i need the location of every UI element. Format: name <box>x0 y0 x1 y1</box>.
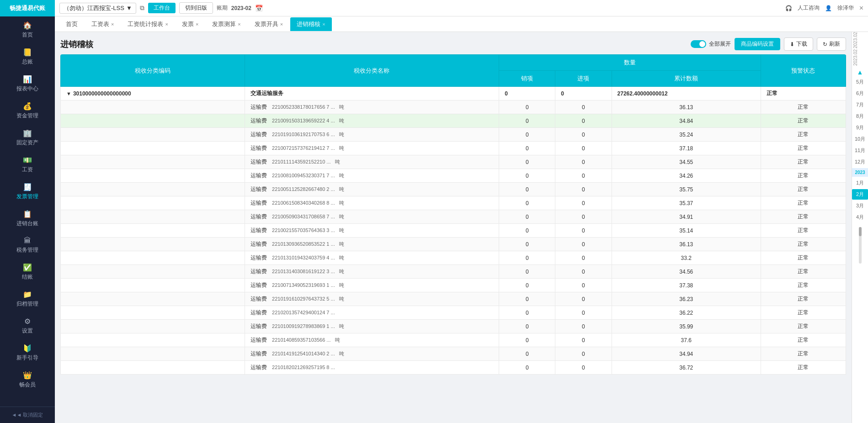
table-row[interactable]: ▼3010000000000000000 交通运输服务 0 0 27262.40… <box>61 87 846 100</box>
table-row[interactable]: 运输费 2210050903431708658 7 ... 吨 0 0 34.9… <box>61 210 846 224</box>
workspace-button[interactable]: 工作台 <box>148 3 176 13</box>
sidebar-item-guide[interactable]: 🔰 新手引导 <box>0 339 55 366</box>
sidebar-unpin-footer[interactable]: ◄◄ 取消固定 <box>0 407 55 423</box>
user-service-label[interactable]: 人工咨询 <box>798 4 820 12</box>
table-row[interactable]: 运输费 2210100919278983869 1 ... 吨 0 0 35.9… <box>61 320 846 333</box>
download-label: 下载 <box>796 40 807 48</box>
calendar-icon[interactable]: 📅 <box>255 5 263 12</box>
table-cell-sale: 0 <box>499 238 555 251</box>
panel-month-6[interactable]: 6月 <box>852 88 868 99</box>
tab-sales-audit-close[interactable]: × <box>322 21 325 27</box>
panel-month-7[interactable]: 7月 <box>852 100 868 110</box>
settings-button[interactable]: 商品编码设置 <box>735 38 780 50</box>
copy-icon[interactable]: ⧉ <box>140 4 144 12</box>
table-row[interactable]: 运输费 2210061508340340268 8 ... 吨 0 0 35.3… <box>61 196 846 210</box>
table-row[interactable]: 运输费 2210071349052319693 1 ... 吨 0 0 37.3… <box>61 279 846 292</box>
table-row[interactable]: 运输费 2210052338178017656 7 ... 吨 0 0 36.1… <box>61 100 846 114</box>
table-cell-status: 正常 <box>761 183 846 196</box>
toggle-track[interactable] <box>691 40 706 48</box>
table-row[interactable]: 运输费 2210072157376219412 7 ... 吨 0 0 37.1… <box>61 142 846 155</box>
table-row[interactable]: 运输费 2210131019432403759 4 ... 吨 0 0 33.2… <box>61 251 846 265</box>
sidebar-item-home[interactable]: 🏠 首页 <box>0 16 55 43</box>
col-cumulative: 累计数额 <box>612 71 761 87</box>
table-row[interactable]: 运输费 2210191610297643732 5 ... 吨 0 0 36.2… <box>61 292 846 306</box>
panel-month-1[interactable]: 1月 <box>852 178 868 188</box>
tab-home[interactable]: 首页 <box>59 17 84 31</box>
table-cell-purchase: 0 <box>555 251 612 265</box>
table-cell-name: 运输费 2210191610297643732 5 ... 吨 <box>245 292 499 306</box>
company-name: （勿动）江西报宝-LSS <box>64 4 124 12</box>
sidebar-item-reports[interactable]: 📊 报表中心 <box>0 70 55 97</box>
table-row[interactable]: 运输费 2210021557035764363 3 ... 吨 0 0 35.1… <box>61 224 846 238</box>
table-cell-purchase: 0 <box>555 333 612 347</box>
tab-sales-audit[interactable]: 进销稽核 × <box>290 17 331 31</box>
tab-payroll-report[interactable]: 工资统计报表 × <box>121 17 174 31</box>
tab-invoice-issue[interactable]: 发票开具 × <box>248 17 289 31</box>
table-row[interactable]: 运输费 2210201357429400124 7 ... 0 0 36.22 … <box>61 306 846 320</box>
table-row[interactable]: 运输费 2210051125282667480 2 ... 吨 0 0 35.7… <box>61 183 846 196</box>
table-cell-code <box>61 333 245 347</box>
table-cell-name: 运输费 2210072157376219412 7 ... 吨 <box>245 142 499 155</box>
tab-invoice-calc-close[interactable]: × <box>238 21 240 27</box>
panel-month-11[interactable]: 11月 <box>852 145 868 156</box>
switch-version-button[interactable]: 切到旧版 <box>179 2 213 14</box>
headset-icon: 🎧 <box>785 5 792 11</box>
table-row[interactable]: 运输费 2210091503139659222 4 ... 吨 0 0 34.8… <box>61 114 846 128</box>
table-cell-cumulative: 34.84 <box>612 114 761 128</box>
sidebar-item-ledger[interactable]: 📒 总账 <box>0 43 55 70</box>
panel-month-2[interactable]: 2月 <box>852 189 868 200</box>
tab-payroll-report-close[interactable]: × <box>165 21 168 27</box>
sidebar-item-member[interactable]: 👑 畅会员 <box>0 366 55 393</box>
panel-month-4[interactable]: 4月 <box>852 212 868 222</box>
sidebar-item-salary[interactable]: 💵 工资 <box>0 151 55 178</box>
sidebar-item-funds[interactable]: 💰 资金管理 <box>0 97 55 124</box>
panel-month-5[interactable]: 5月 <box>852 77 868 87</box>
sidebar-item-archive[interactable]: 📁 归档管理 <box>0 286 55 312</box>
download-button[interactable]: ⬇ 下载 <box>784 37 813 51</box>
page-header: 进销稽核 全部展开 商品编码设置 ⬇ 下载 ↻ 刷 <box>60 37 846 51</box>
table-row[interactable]: 运输费 2210111143592152210 ... 吨 0 0 34.55 … <box>61 155 846 169</box>
company-selector[interactable]: （勿动）江西报宝-LSS ▼ <box>59 3 136 14</box>
table-row[interactable]: 运输费 2210130936520853522 1 ... 吨 0 0 36.1… <box>61 238 846 251</box>
sidebar-item-tax[interactable]: 🏛 税务管理 <box>0 232 55 259</box>
table-row[interactable]: 运输费 2210182021269257195 8 ... 0 0 36.72 … <box>61 361 846 375</box>
panel-month-8[interactable]: 8月 <box>852 111 868 122</box>
period-label: 账期 <box>217 4 228 12</box>
tab-invoice-calc[interactable]: 发票测算 × <box>206 17 247 31</box>
tab-invoice-issue-close[interactable]: × <box>280 21 283 27</box>
table-cell-cumulative: 34.55 <box>612 155 761 169</box>
col-tax-name: 税收分类名称 <box>245 55 499 87</box>
sidebar-item-close-accounts[interactable]: ✅ 结账 <box>0 259 55 286</box>
tab-invoice-issue-label: 发票开具 <box>255 20 278 28</box>
panel-month-3[interactable]: 3月 <box>852 201 868 211</box>
tab-invoice[interactable]: 发票 × <box>176 17 205 31</box>
scrollbar-track <box>859 225 862 265</box>
panel-month-10[interactable]: 10月 <box>852 134 868 144</box>
tab-payroll-close[interactable]: × <box>111 21 114 27</box>
table-cell-name: 运输费 2210140859357103566 ... 吨 <box>245 333 499 347</box>
expand-toggle[interactable]: 全部展开 <box>691 40 731 48</box>
table-row[interactable]: 运输费 2210140859357103566 ... 吨 0 0 37.6 正… <box>61 333 846 347</box>
sidebar-footer-label: 取消固定 <box>23 412 43 418</box>
table-cell-code <box>61 361 245 375</box>
panel-month-12[interactable]: 12月 <box>852 157 868 167</box>
close-icon[interactable]: × <box>859 4 863 12</box>
sidebar-item-assets[interactable]: 🏢 固定资产 <box>0 124 55 151</box>
table-row[interactable]: 运输费 2210191036192170753 6 ... 吨 0 0 35.2… <box>61 128 846 142</box>
sidebar-item-settings[interactable]: ⚙ 设置 <box>0 312 55 339</box>
table-row[interactable]: 运输费 2210081009453230371 7 ... 吨 0 0 34.2… <box>61 169 846 183</box>
table-row[interactable]: 运输费 2210131403081619122 3 ... 吨 0 0 34.5… <box>61 265 846 279</box>
tab-payroll[interactable]: 工资表 × <box>85 17 120 31</box>
table-row[interactable]: 运输费 2210141912541014340 2 ... 吨 0 0 34.9… <box>61 347 846 361</box>
sidebar-item-invoice[interactable]: 🧾 发票管理 <box>0 178 55 205</box>
refresh-button[interactable]: ↻ 刷新 <box>817 37 846 51</box>
sidebar-item-sales-ledger[interactable]: 📋 进销台账 <box>0 205 55 232</box>
table-cell-name: 运输费 2210111143592152210 ... 吨 <box>245 155 499 169</box>
table-cell-purchase: 0 <box>555 169 612 183</box>
tab-invoice-close[interactable]: × <box>196 21 198 27</box>
app-logo: 畅捷通易代账 <box>0 0 55 16</box>
up-arrow-btn[interactable]: ▲ <box>857 69 863 76</box>
table-cell-status: 正常 <box>761 292 846 306</box>
guide-icon: 🔰 <box>23 344 32 353</box>
panel-month-9[interactable]: 9月 <box>852 122 868 133</box>
